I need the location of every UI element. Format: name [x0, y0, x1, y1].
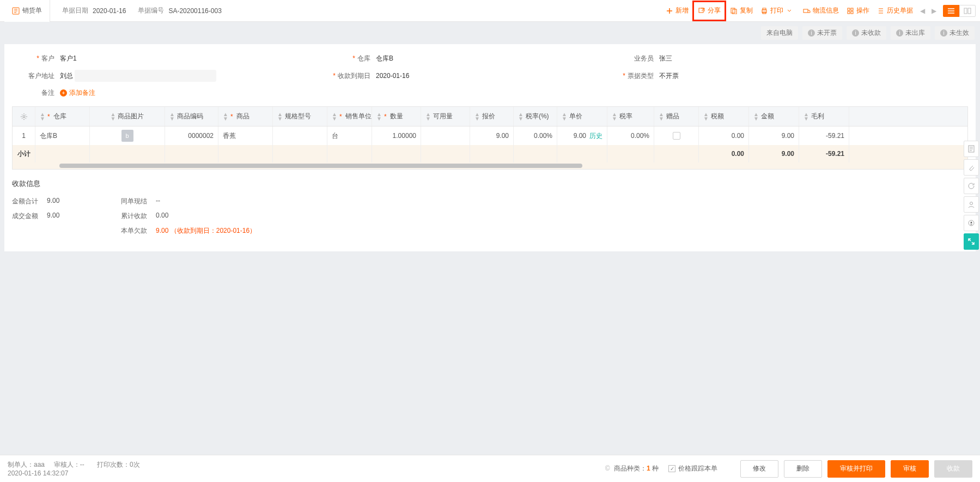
col-unit[interactable]: ▲▼*销售单位 — [327, 107, 372, 126]
copyright-icon: © — [605, 465, 610, 472]
grid-hscroll[interactable] — [13, 162, 967, 169]
doc-tab[interactable]: 销货单 — [4, 0, 50, 22]
svg-point-14 — [23, 116, 25, 118]
print-button[interactable]: 打印 — [757, 0, 799, 22]
cell-avail[interactable] — [421, 126, 470, 145]
add-note-button[interactable]: +添加备注 — [60, 88, 95, 98]
cell-gift[interactable] — [654, 126, 699, 145]
ops-label: 操作 — [856, 6, 869, 15]
rail-money-button[interactable] — [964, 215, 979, 231]
share-button[interactable]: 分享 — [694, 0, 725, 22]
status-receipt[interactable]: i未收款 — [847, 26, 886, 40]
logistics-button[interactable]: 物流信息 — [799, 0, 843, 22]
total-value: 9.00 — [47, 197, 59, 206]
col-settings[interactable] — [13, 107, 35, 126]
col-warehouse[interactable]: ▲▼*仓库 — [35, 107, 90, 126]
status-effect[interactable]: i未生效 — [935, 26, 975, 40]
doc-date-value: 2020-01-16 — [93, 7, 126, 15]
right-rail — [964, 141, 980, 250]
rail-attach-button[interactable] — [964, 159, 979, 176]
cell-warehouse[interactable]: 仓库B — [35, 126, 90, 145]
print-count-value: 0次 — [130, 461, 140, 468]
cell-unit[interactable]: 台 — [327, 126, 372, 145]
col-rate[interactable]: ▲▼税率(%) — [514, 107, 557, 126]
cell-amount[interactable]: 9.00 — [749, 126, 799, 145]
copy-label: 复制 — [740, 6, 753, 15]
col-amount[interactable]: ▲▼金额 — [749, 107, 799, 126]
audit-button[interactable]: 审核 — [891, 460, 929, 478]
sales-value[interactable]: 张三 — [659, 54, 672, 63]
rail-user-button[interactable] — [964, 196, 979, 213]
svg-rect-11 — [851, 11, 853, 14]
col-gp[interactable]: ▲▼毛利 — [799, 107, 849, 126]
cell-qty[interactable]: 1.00000 — [372, 126, 421, 145]
add-label: 新增 — [675, 6, 689, 15]
status-source: 来自电脑 — [761, 26, 798, 40]
col-gift[interactable]: ▲▼赠品 — [654, 107, 699, 126]
rail-expand-button[interactable] — [964, 233, 979, 250]
doc-tab-label: 销货单 — [22, 6, 42, 15]
scrollbar-thumb[interactable] — [59, 164, 582, 168]
cell-rate[interactable]: 0.00% — [514, 126, 557, 145]
svg-rect-5 — [763, 8, 766, 10]
cell-tax[interactable]: 0.00 — [699, 126, 749, 145]
status-invoice[interactable]: i未开票 — [802, 26, 842, 40]
status-outstock[interactable]: i未出库 — [891, 26, 930, 40]
col-qty[interactable]: ▲▼*数量 — [372, 107, 421, 126]
cell-name[interactable]: 香蕉 — [218, 126, 273, 145]
rail-refresh-button[interactable] — [964, 178, 979, 194]
ops-button[interactable]: 操作 — [843, 0, 873, 22]
doc-no-value: SA-20200116-003 — [168, 7, 221, 15]
next-doc-button[interactable]: ▶ — [928, 7, 940, 15]
col-uprice[interactable]: ▲▼单价 — [557, 107, 607, 126]
invoice-type-value[interactable]: 不开票 — [659, 71, 679, 81]
gear-icon — [20, 113, 28, 120]
history-button[interactable]: 历史单据 — [873, 0, 917, 22]
cell-taxr[interactable]: 0.00% — [607, 126, 654, 145]
prev-doc-button[interactable]: ◀ — [917, 7, 928, 15]
duedate-value[interactable]: 2020-01-16 — [376, 72, 409, 80]
col-code[interactable]: ▲▼商品编码 — [165, 107, 218, 126]
copy-icon — [730, 7, 738, 15]
col-name[interactable]: ▲▼*商品 — [218, 107, 273, 126]
cell-code[interactable]: 0000002 — [165, 126, 218, 145]
cell-uprice[interactable]: 9.00历史 — [557, 126, 607, 145]
printer-icon — [760, 7, 768, 15]
history-link[interactable]: 历史 — [589, 131, 602, 141]
subtotal-row: 小计 0.00 9.00 -59.21 — [13, 145, 967, 162]
info-icon: i — [852, 29, 859, 37]
audit-print-button[interactable]: 审核并打印 — [827, 460, 885, 478]
view-list-button[interactable] — [943, 5, 959, 17]
edit-button[interactable]: 修改 — [740, 460, 778, 478]
footer-meta: 制单人：aaa 审核人：-- 打印次数：0次 2020-01-16 14:32:… — [8, 460, 140, 478]
col-taxr[interactable]: ▲▼税率 — [607, 107, 654, 126]
col-spec[interactable]: ▲▼规格型号 — [273, 107, 327, 126]
price-follow-checkbox[interactable]: ✓ 价格跟踪本单 — [668, 464, 717, 473]
rail-doc-button[interactable] — [964, 141, 979, 157]
address-value-redacted[interactable] — [75, 70, 216, 82]
plus-circle-icon: + — [60, 89, 67, 97]
cell-image[interactable]: b — [90, 126, 165, 145]
doc-no-label: 单据编号 — [138, 6, 164, 15]
copy-button[interactable]: 复制 — [726, 0, 757, 22]
sales-label: 业务员 — [611, 54, 659, 63]
view-card-button[interactable] — [959, 5, 976, 17]
col-avail[interactable]: ▲▼可用量 — [421, 107, 470, 126]
receipt-button[interactable]: 收款 — [934, 460, 972, 478]
payment-section-title: 收款信息 — [12, 179, 968, 189]
cell-spec[interactable] — [273, 126, 327, 145]
add-button[interactable]: 新增 — [662, 0, 692, 22]
table-row[interactable]: 1 仓库B b 0000002 香蕉 台 1.00000 9.00 0.00% … — [13, 126, 967, 145]
subtotal-tax: 0.00 — [699, 145, 749, 162]
cell-price[interactable]: 9.00 — [470, 126, 514, 145]
col-price[interactable]: ▲▼报价 — [470, 107, 514, 126]
warehouse-value[interactable]: 仓库B — [376, 54, 393, 63]
cell-gp[interactable]: -59.21 — [799, 126, 849, 145]
col-image[interactable]: ▲▼商品图片 — [90, 107, 165, 126]
warehouse-label: 仓库 — [328, 54, 376, 63]
print-label: 打印 — [770, 6, 783, 15]
gift-checkbox[interactable] — [673, 132, 680, 140]
customer-value[interactable]: 客户1 — [60, 54, 77, 63]
delete-button[interactable]: 删除 — [784, 460, 822, 478]
col-tax[interactable]: ▲▼税额 — [699, 107, 749, 126]
